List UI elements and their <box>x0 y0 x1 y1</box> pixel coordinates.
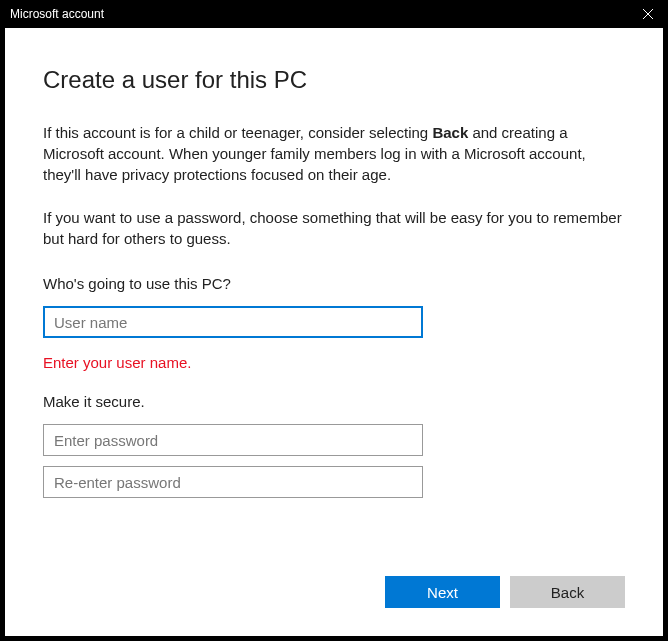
desc1-pre: If this account is for a child or teenag… <box>43 124 432 141</box>
content-area: Create a user for this PC If this accoun… <box>5 28 663 636</box>
back-button[interactable]: Back <box>510 576 625 608</box>
description-paragraph-1: If this account is for a child or teenag… <box>43 122 625 185</box>
description-paragraph-2: If you want to use a password, choose so… <box>43 207 625 249</box>
desc1-bold: Back <box>432 124 468 141</box>
button-row: Next Back <box>385 576 625 608</box>
close-button[interactable] <box>638 4 658 24</box>
user-section-label: Who's going to use this PC? <box>43 275 625 292</box>
reenter-password-input[interactable] <box>43 466 423 498</box>
username-error: Enter your user name. <box>43 354 625 371</box>
password-input[interactable] <box>43 424 423 456</box>
close-icon <box>643 9 653 19</box>
page-title: Create a user for this PC <box>43 66 625 94</box>
next-button[interactable]: Next <box>385 576 500 608</box>
window-title: Microsoft account <box>10 7 104 21</box>
username-input[interactable] <box>43 306 423 338</box>
window: Microsoft account Create a user for this… <box>0 0 668 641</box>
titlebar: Microsoft account <box>0 0 668 28</box>
password-section-label: Make it secure. <box>43 393 625 410</box>
